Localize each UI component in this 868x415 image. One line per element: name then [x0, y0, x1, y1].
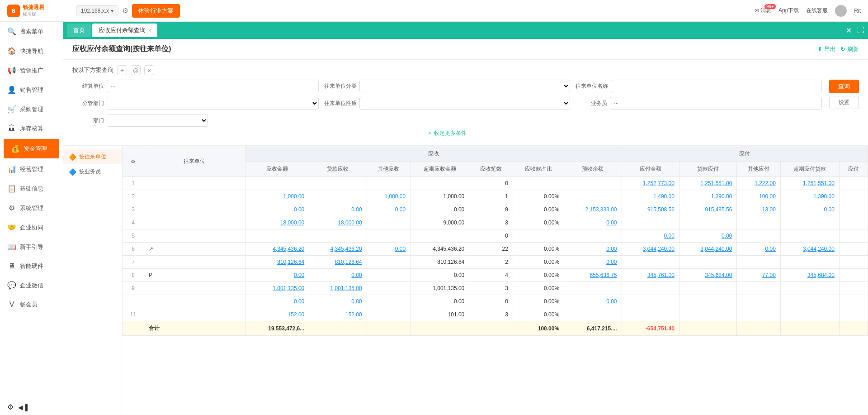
row-prepay[interactable]: 0.00	[564, 216, 622, 229]
filter-target-icon[interactable]: ◎	[131, 65, 141, 75]
row-ar-amount[interactable]: 4,345,436.20	[245, 243, 309, 256]
salesperson-input[interactable]	[610, 97, 822, 110]
row-ar-other[interactable]: 0.00	[367, 203, 410, 216]
table-settings-icon[interactable]: ⚙	[131, 158, 136, 165]
row-ar-loan[interactable]: 152.00	[309, 308, 367, 321]
refresh-button[interactable]: ↻ 刷新	[840, 45, 859, 53]
row-ar-amount[interactable]: 1,001,135.00	[245, 282, 309, 295]
export-button[interactable]: ⬆ 导出	[817, 45, 836, 53]
row-ap-loan[interactable]: 3,044,240.00	[679, 243, 736, 256]
row-prepay[interactable]: 655,636.75	[564, 269, 622, 282]
row-ap-other[interactable]: 100.00	[737, 190, 781, 203]
row-ap-overdue[interactable]: 345,684.00	[780, 269, 839, 282]
sidebar-item-smart-hw[interactable]: 🖥 智能硬件	[0, 257, 63, 276]
table-settings-th[interactable]: ⚙	[123, 146, 144, 177]
row-ar-loan[interactable]: 0.00	[309, 295, 367, 308]
collapse-more-btn[interactable]: ∧ 收起更多条件	[72, 127, 822, 140]
sidebar-item-basic-info[interactable]: 📋 基础信息	[0, 179, 63, 198]
chevron-down-icon[interactable]: ▾	[111, 8, 113, 14]
row-ap-other[interactable]: 0.00	[737, 243, 781, 256]
row-ap-loan[interactable]: 345,684.00	[679, 269, 736, 282]
contact-name-input[interactable]	[611, 80, 822, 92]
sidebar-item-purchase[interactable]: 🛒 采购管理	[0, 100, 63, 119]
contact-nature-select[interactable]	[359, 97, 571, 110]
row-ap-loan[interactable]: 915,495.56	[679, 203, 736, 216]
row-ap-other[interactable]: 77.00	[737, 269, 781, 282]
tab-close-icon[interactable]: ×	[148, 28, 151, 33]
row-ap-amount[interactable]: 0.00	[622, 229, 679, 243]
query-button[interactable]: 查询	[829, 80, 859, 93]
row-ap-amount[interactable]: 915,508.56	[622, 203, 679, 216]
left-panel-item-by-unit[interactable]: 🔶 按往来单位	[63, 149, 122, 164]
sidebar-item-system[interactable]: ⚙ 系统管理	[0, 198, 63, 218]
app-download-link[interactable]: App下载	[778, 7, 799, 14]
sidebar-item-quick-nav[interactable]: 🏠 快捷导航	[0, 41, 63, 61]
row-ap-amount[interactable]: 1,252,773.00	[622, 177, 679, 190]
row-ar-amount[interactable]: 1,000.00	[245, 190, 309, 203]
sidebar-item-operations[interactable]: 📊 经营管理	[0, 159, 63, 179]
tab-ar-query[interactable]: 应收应付余额查询 ×	[92, 24, 157, 37]
row-ap-overdue[interactable]: 1,390.00	[780, 190, 839, 203]
row-ar-loan[interactable]: 0.00	[309, 269, 367, 282]
tab-home[interactable]: 首页	[67, 24, 91, 37]
row-ar-loan[interactable]: 0.00	[309, 203, 367, 216]
sidebar-item-inventory[interactable]: 🏛 库存核算	[0, 119, 63, 138]
row-ar-other[interactable]: 1,000.00	[367, 190, 410, 203]
row-ap-amount[interactable]: 345,761.00	[622, 269, 679, 282]
settlement-input[interactable]	[107, 80, 319, 92]
avatar[interactable]	[835, 5, 847, 17]
sidebar-item-enterprise-collab[interactable]: 🤝 企业协同	[0, 218, 63, 237]
row-ar-amount[interactable]: 152.00	[245, 308, 309, 321]
row-ar-amount[interactable]: 18,000.00	[245, 216, 309, 229]
row-ar-amount[interactable]: 0.00	[245, 203, 309, 216]
setting-button[interactable]: 设置	[829, 96, 859, 109]
sidebar-item-starter[interactable]: 📖 新手引导	[0, 237, 63, 257]
row-ap-loan[interactable]: 1,251,551.00	[679, 177, 736, 190]
collapse-sidebar-icon[interactable]: ◀▐	[18, 404, 28, 411]
row-ap-loan[interactable]: 0.00	[679, 229, 736, 243]
row-ap-overdue[interactable]: 1,251,551.00	[780, 177, 839, 190]
sidebar-item-finance[interactable]: 💰 资金管理	[4, 139, 59, 158]
row-ap-amount[interactable]: 3,044,240.00	[622, 243, 679, 256]
filter-add-icon[interactable]: +	[117, 65, 127, 75]
row-prepay[interactable]: 0.00	[564, 243, 622, 256]
th-ar-amount: 应收金额	[245, 162, 309, 177]
settings-bottom-icon[interactable]: ⚙	[7, 403, 14, 411]
sidebar-item-enterprise-wechat[interactable]: 💬 企业微信	[0, 276, 63, 295]
row-ap-amount	[622, 256, 679, 269]
row-ar-loan[interactable]: 4,345,436.20	[309, 243, 367, 256]
page-header: 应收应付余额查询(按往来单位) ⬆ 导出 ↻ 刷新	[63, 39, 868, 60]
row-ap-other[interactable]: 1,222.00	[737, 177, 781, 190]
left-panel-item-by-salesperson[interactable]: 🔷 按业务员	[63, 164, 122, 179]
tab-maximize-icon[interactable]: ⛶	[857, 26, 864, 35]
row-ar-loan[interactable]: 18,000.00	[309, 216, 367, 229]
gear-icon[interactable]: ⚙	[122, 6, 128, 15]
message-icon-area[interactable]: ✉ 消息 99+	[755, 7, 771, 14]
row-ar-amount[interactable]: 0.00	[245, 295, 309, 308]
online-service-link[interactable]: 在线客服	[806, 7, 828, 14]
dept-select[interactable]	[107, 97, 319, 110]
row-ap-amount[interactable]: 1,490.00	[622, 190, 679, 203]
sidebar-item-member[interactable]: V 畅会员	[0, 295, 63, 314]
row-ar-other[interactable]: 0.00	[367, 243, 410, 256]
filter-collapse-icon[interactable]: «	[144, 65, 154, 75]
row-prepay[interactable]: 0.00	[564, 295, 622, 308]
sidebar-item-marketing[interactable]: 📢 营销推广	[0, 61, 63, 80]
row-ar-amount[interactable]: 0.00	[245, 269, 309, 282]
row-ap-loan[interactable]: 1,390.00	[679, 190, 736, 203]
sidebar-item-sales[interactable]: 👤 销售管理	[0, 80, 63, 100]
row-prepay[interactable]: 0.00	[564, 256, 622, 269]
row-ap-overdue[interactable]: 0.00	[780, 203, 839, 216]
row-prepay[interactable]: 2,153,333.00	[564, 203, 622, 216]
sidebar-item-search-menu[interactable]: 🔍 搜索菜单	[0, 22, 63, 41]
row-ap-overdue[interactable]: 3,044,240.00	[780, 243, 839, 256]
row-ap-other	[737, 282, 781, 295]
row-ap-other[interactable]: 13.00	[737, 203, 781, 216]
row-ar-amount[interactable]: 810,126.64	[245, 256, 309, 269]
contact-cat-select[interactable]	[359, 80, 571, 92]
solution-button[interactable]: 体验行业方案	[132, 4, 180, 18]
dept2-select[interactable]	[107, 114, 208, 127]
row-ar-loan[interactable]: 1,001,135.00	[309, 282, 367, 295]
tab-close-window-icon[interactable]: ✕	[846, 26, 852, 35]
row-ar-loan[interactable]: 810,126.64	[309, 256, 367, 269]
